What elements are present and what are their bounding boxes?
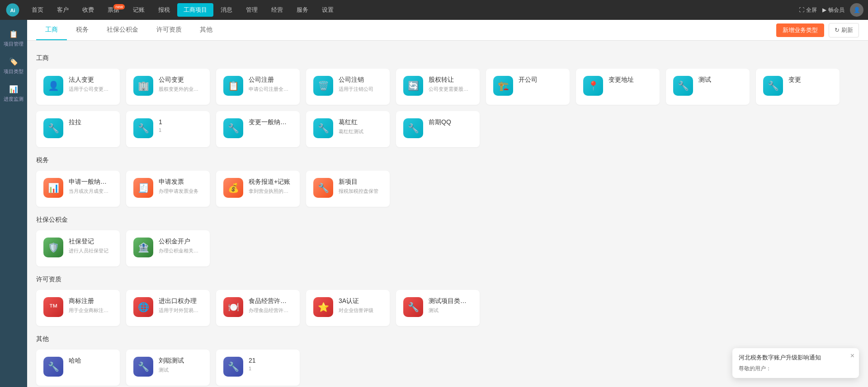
card-info: 变更地址 (609, 76, 652, 86)
tabs: 工商 税务 社保公积金 许可资质 其他 (36, 20, 222, 40)
refresh-label: 刷新 (841, 26, 853, 34)
card-desc: 报税加税控盘保管 (339, 188, 382, 195)
nav-service[interactable]: 服务 (290, 3, 315, 17)
import-export-icon: 🌐 (133, 297, 153, 317)
nav-settings[interactable]: 设置 (316, 3, 340, 17)
card-name: 申请一般纳税人 (69, 178, 113, 186)
card-lala[interactable]: 🔧 拉拉 (36, 111, 120, 147)
card-new-project[interactable]: 🔧 新项目 报税加税控盘保管 (306, 171, 390, 207)
nav-message[interactable]: 消息 (214, 3, 239, 17)
tab-industry[interactable]: 工商 (36, 20, 67, 40)
card-3a-cert[interactable]: ⭐ 3A认证 对企业信誉评级 (306, 290, 390, 326)
card-open-company[interactable]: 🏗️ 开公司 (486, 69, 570, 105)
tab-tax[interactable]: 税务 (67, 20, 98, 40)
card-fund-account[interactable]: 🏦 公积金开户 办理公积金相关业务 (126, 230, 210, 266)
nav-home[interactable]: 首页 (25, 3, 50, 17)
card-test[interactable]: 🔧 测试 (666, 69, 750, 105)
card-qianqi-qq[interactable]: 🔧 前期QQ (396, 111, 480, 147)
card-info: 前期QQ (429, 118, 472, 128)
card-desc: 办理食品经营许可证 (249, 307, 292, 314)
card-company-cancel[interactable]: 🗑️ 公司注销 适用于注销公司 (306, 69, 390, 105)
card-name: 21 (249, 357, 292, 364)
card-desc: 办理公积金相关业务 (159, 247, 203, 254)
qianqi-qq-icon: 🔧 (403, 118, 423, 138)
fullscreen-button[interactable]: ⛶ 全屏 (799, 6, 817, 14)
card-liucong-test[interactable]: 🔧 刘聪测试 测试 (126, 350, 210, 386)
sidebar: 📋 项目管理 🏷️ 项目类型 📊 进度监测 (0, 20, 27, 387)
card-name: 刘聪测试 (159, 357, 203, 365)
sidebar-label-project-manage: 项目管理 (4, 41, 24, 47)
avatar[interactable]: 👤 (850, 3, 863, 17)
card-change-address[interactable]: 📍 变更地址 (576, 69, 660, 105)
new-type-button[interactable]: 新增业务类型 (776, 23, 824, 37)
nav-tax[interactable]: 报税 (152, 3, 176, 17)
nav-accounting[interactable]: 记账 (127, 3, 151, 17)
refresh-button[interactable]: ↻ 刷新 (829, 23, 859, 37)
card-one[interactable]: 🔧 1 1 (126, 111, 210, 147)
card-gehonghong[interactable]: 🔧 葛红红 葛红红测试 (306, 111, 390, 147)
industry-card-grid: 👤 法人变更 适用于公司变更法人 🏢 公司变更 股权变更外的业务变更 📋 公司注… (36, 69, 859, 147)
card-social-register[interactable]: 🛡️ 社保登记 进行人员社保登记 (36, 230, 120, 266)
vip-label: 畅会员 (828, 6, 844, 14)
tab-bar: 工商 税务 社保公积金 许可资质 其他 新增业务类型 ↻ 刷新 (27, 20, 868, 41)
card-desc: 拿到营业执照的新公司 (249, 188, 292, 195)
card-desc: 适用于对外贸易经营者 (159, 307, 203, 314)
sidebar-item-progress[interactable]: 📊 进度监测 (0, 79, 27, 107)
card-apply-taxpayer[interactable]: 📊 申请一般纳税人 当月或次月成变更完成 (36, 171, 120, 207)
card-info: 开公司 (519, 76, 562, 86)
apply-invoice-icon: 🧾 (133, 178, 153, 198)
open-company-icon: 🏗️ (493, 76, 513, 96)
one-icon: 🔧 (133, 118, 153, 138)
card-import-export[interactable]: 🌐 进出口权办理 适用于对外贸易经营者 (126, 290, 210, 326)
vip-button[interactable]: ▶ 畅会员 (822, 6, 844, 14)
card-info: 公司变更 股权变更外的业务变更 (159, 76, 203, 93)
card-change[interactable]: 🔧 变更 (756, 69, 840, 105)
card-test-project-type[interactable]: 🔧 测试项目类型自定义 测试 (396, 290, 480, 326)
card-company-change[interactable]: 🏢 公司变更 股权变更外的业务变更 (126, 69, 210, 105)
sidebar-item-project-type[interactable]: 🏷️ 项目类型 (0, 52, 27, 79)
nav-manage[interactable]: 管理 (240, 3, 264, 17)
card-apply-invoice[interactable]: 🧾 申请发票 办理申请发票业务 (126, 171, 210, 207)
card-change-taxpayer[interactable]: 🔧 变更一般纳税人 (216, 111, 300, 147)
notification-close[interactable]: × (850, 352, 854, 360)
card-haha[interactable]: 🔧 哈哈 (36, 350, 120, 386)
tab-other[interactable]: 其他 (191, 20, 222, 40)
card-trademark[interactable]: ™ 商标注册 用于企业商标注册服务 (36, 290, 120, 326)
nav-customer[interactable]: 客户 (51, 3, 75, 17)
card-name: 测试项目类型自定义 (429, 297, 472, 305)
section-title-tax: 税务 (36, 156, 859, 164)
nav-items: 首页 客户 收费 票据new 记账 报税 工商项目 消息 管理 经营 服务 设置 (25, 3, 799, 17)
card-info: 申请一般纳税人 当月或次月成变更完成 (69, 178, 113, 195)
3a-cert-icon: ⭐ (313, 297, 333, 317)
card-desc: 1 (249, 366, 292, 371)
progress-icon: 📊 (9, 84, 19, 94)
card-name: 变更地址 (609, 76, 652, 84)
svg-text:Ai: Ai (10, 8, 15, 13)
card-name: 进出口权办理 (159, 297, 203, 305)
fund-account-icon: 🏦 (133, 238, 153, 257)
card-equity-transfer[interactable]: 🔄 股权转让 公司变更需要股权转让 (396, 69, 480, 105)
logo[interactable]: Ai (5, 2, 21, 18)
nav-industry[interactable]: 工商项目 (177, 3, 213, 17)
lala-icon: 🔧 (43, 118, 63, 138)
card-name: 拉拉 (69, 118, 113, 126)
nav-fee[interactable]: 收费 (76, 3, 100, 17)
card-tax-report-accounting[interactable]: 💰 税务报道+记账 拿到营业执照的新公司 (216, 171, 300, 207)
nav-operation[interactable]: 经营 (265, 3, 289, 17)
sidebar-item-project-manage[interactable]: 📋 项目管理 (0, 24, 27, 52)
tab-license[interactable]: 许可资质 (147, 20, 191, 40)
tab-social-fund[interactable]: 社保公积金 (98, 20, 147, 40)
fullscreen-icon: ⛶ (799, 7, 804, 13)
project-manage-icon: 📋 (9, 29, 19, 39)
card-food-license[interactable]: 🍽️ 食品经营许可证 办理食品经营许可证 (216, 290, 300, 326)
card-21[interactable]: 🔧 21 1 (216, 350, 300, 386)
nav-ticket[interactable]: 票据new (101, 3, 126, 17)
card-name: 哈哈 (69, 357, 113, 365)
card-name: 1 (159, 118, 203, 126)
card-desc: 办理申请发票业务 (159, 188, 203, 195)
card-company-register[interactable]: 📋 公司注册 申请公司注册全流程 (216, 69, 300, 105)
card-desc: 测试 (429, 307, 472, 314)
card-legal-person-change[interactable]: 👤 法人变更 适用于公司变更法人 (36, 69, 120, 105)
card-info: 进出口权办理 适用于对外贸易经营者 (159, 297, 203, 314)
card-desc: 用于企业商标注册服务 (69, 307, 113, 314)
